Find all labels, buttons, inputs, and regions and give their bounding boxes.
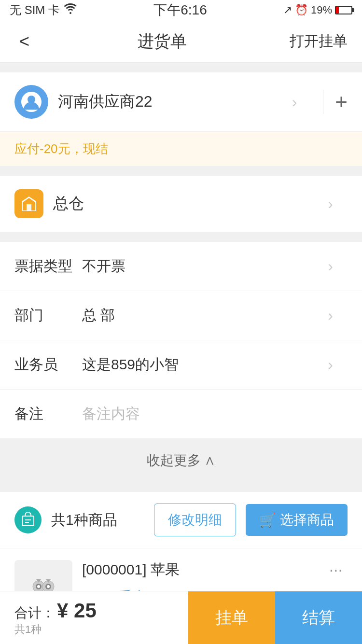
product-name: [0000001] 苹果 xyxy=(82,560,315,580)
collapse-label: 收起更多 ∧ xyxy=(147,451,216,470)
section-gap-2 xyxy=(0,166,362,176)
collapse-button[interactable]: 收起更多 ∧ xyxy=(0,439,362,482)
battery-icon xyxy=(335,6,352,14)
section-gap-1 xyxy=(0,63,362,72)
remark-value[interactable]: 备注内容 xyxy=(72,404,348,424)
status-time: 下午6:16 xyxy=(153,1,207,19)
add-button[interactable]: + xyxy=(335,91,348,112)
invoice-row[interactable]: 票据类型 不开票 › xyxy=(0,242,362,291)
product-header: 共1种商品 修改明细 🛒 选择商品 xyxy=(0,492,362,548)
supplier-section: 河南供应商22 › + 应付-20元，现结 xyxy=(0,72,362,166)
total-label: 合计： xyxy=(14,604,55,622)
alarm-icon: ⏰ xyxy=(295,4,308,16)
select-product-label: 选择商品 xyxy=(280,511,334,529)
bottom-bar: 合计： ¥ 25 共1种 挂单 结算 xyxy=(0,591,362,644)
section-gap-4 xyxy=(0,482,362,492)
invoice-label: 票据类型 xyxy=(14,256,72,276)
dept-value: 总 部 xyxy=(72,306,328,325)
content-area: 河南供应商22 › + 应付-20元，现结 总仓 › 票据类型 不开票 › xyxy=(0,63,362,644)
total-amount: ¥ 25 xyxy=(57,599,97,622)
supplier-row[interactable]: 河南供应商22 › + xyxy=(0,72,362,132)
location-icon: ↗ xyxy=(283,4,292,16)
dept-label: 部门 xyxy=(14,306,72,325)
checkout-button[interactable]: 结算 xyxy=(275,591,362,644)
open-hang-button[interactable]: 打开挂单 xyxy=(290,31,348,51)
warehouse-section: 总仓 › xyxy=(0,176,362,232)
warehouse-chevron-icon: › xyxy=(328,195,333,213)
supplier-chevron-icon: › xyxy=(292,93,297,111)
invoice-value: 不开票 xyxy=(72,256,328,276)
svg-rect-2 xyxy=(22,516,34,526)
edit-detail-button[interactable]: 修改明细 xyxy=(154,504,236,536)
sales-label: 业务员 xyxy=(14,355,72,375)
warehouse-name: 总仓 xyxy=(53,193,328,214)
select-product-button[interactable]: 🛒 选择商品 xyxy=(246,504,348,536)
total-area: 合计： ¥ 25 共1种 xyxy=(0,591,188,644)
section-gap-3 xyxy=(0,232,362,242)
cart-icon: 🛒 xyxy=(259,512,276,528)
hang-button[interactable]: 挂单 xyxy=(188,591,275,644)
notice-bar: 应付-20元，现结 xyxy=(0,132,362,166)
remark-label: 备注 xyxy=(14,404,72,424)
carrier-text: 无 SIM 卡 xyxy=(10,2,60,18)
svg-point-7 xyxy=(37,585,40,588)
warehouse-icon xyxy=(14,189,43,218)
form-section: 票据类型 不开票 › 部门 总 部 › 业务员 这是859的小智 › 备注 备注… xyxy=(0,242,362,439)
more-options-button[interactable]: ··· xyxy=(324,560,348,579)
product-header-icon xyxy=(14,506,42,533)
status-left: 无 SIM 卡 xyxy=(10,2,77,18)
svg-point-8 xyxy=(47,585,50,588)
warehouse-row[interactable]: 总仓 › xyxy=(0,176,362,232)
nav-bar: < 进货单 打开挂单 xyxy=(0,20,362,63)
sales-value: 这是859的小智 xyxy=(72,355,328,375)
dept-chevron-icon: › xyxy=(328,307,333,324)
invoice-chevron-icon: › xyxy=(328,257,333,275)
total-sub: 共1种 xyxy=(14,622,174,637)
battery-percent: 19% xyxy=(311,4,332,16)
back-button[interactable]: < xyxy=(14,27,34,56)
sales-chevron-icon: › xyxy=(328,356,333,374)
wifi-icon xyxy=(64,3,77,17)
dept-row[interactable]: 部门 总 部 › xyxy=(0,291,362,340)
status-bar: 无 SIM 卡 下午6:16 ↗ ⏰ 19% xyxy=(0,0,362,20)
page-title: 进货单 xyxy=(138,30,187,53)
avatar-icon xyxy=(21,92,42,112)
sales-row[interactable]: 业务员 这是859的小智 › xyxy=(0,340,362,390)
vertical-divider xyxy=(323,90,323,114)
status-right: ↗ ⏰ 19% xyxy=(283,4,352,16)
supplier-name: 河南供应商22 xyxy=(58,91,292,112)
product-count: 共1种商品 xyxy=(51,510,144,530)
svg-rect-1 xyxy=(27,204,31,211)
remark-row[interactable]: 备注 备注内容 xyxy=(0,390,362,439)
supplier-avatar xyxy=(14,85,48,119)
